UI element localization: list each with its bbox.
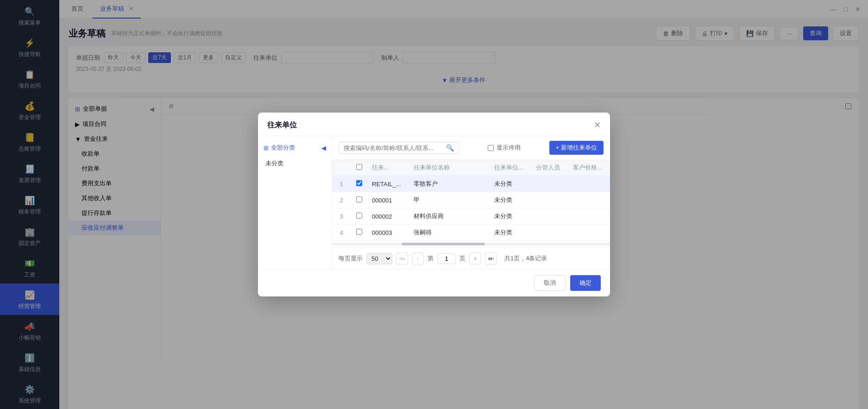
modal-sidebar-unclassified-label: 未分类 (265, 160, 283, 167)
cell-person (531, 192, 568, 208)
modal-main: 🔍 显示停用 + 新增往来单位 (332, 136, 610, 269)
cell-no: 2 (332, 192, 351, 208)
show-disabled-label: 显示停用 (497, 144, 521, 152)
last-page-button[interactable]: ⏭ (485, 252, 497, 264)
page-unit: 页 (459, 254, 465, 263)
modal-overlay[interactable]: 往来单位 ✕ ⊞ 全部分类 ◀ 未分类 (0, 0, 868, 409)
cell-no: 3 (332, 208, 351, 225)
show-disabled-checkbox-area: 显示停用 (488, 144, 521, 152)
table-select-all[interactable] (356, 164, 362, 170)
cell-price (568, 176, 610, 192)
cancel-button[interactable]: 取消 (534, 275, 566, 291)
confirm-button[interactable]: 确定 (570, 275, 601, 291)
modal-toolbar: 🔍 显示停用 + 新增往来单位 (332, 136, 610, 160)
scroll-thumb (402, 243, 485, 245)
cell-category: 未分类 (490, 192, 531, 208)
partner-table: 往来... 往来单位名称 往来单位... 分管人员 客户价格... 1 RETA… (332, 160, 610, 241)
modal-close-button[interactable]: ✕ (594, 120, 601, 130)
modal-pagination: 每页显示 50 100 ⏮ ‹ 第 页 › ⏭ 共1页，4条记录 (332, 247, 610, 269)
cell-code: 000001 (367, 192, 409, 208)
modal-sidebar-collapse-icon[interactable]: ◀ (321, 145, 326, 151)
cell-checkbox[interactable] (351, 208, 367, 225)
cell-checkbox[interactable] (351, 225, 367, 241)
cell-name: 材料供应商 (409, 208, 490, 225)
modal-header: 往来单位 ✕ (258, 113, 610, 136)
modal-sidebar-title: 全部分类 (271, 144, 295, 152)
cell-name: 甲 (409, 192, 490, 208)
cell-person (531, 176, 568, 192)
modal-sidebar-header: ⊞ 全部分类 ◀ (258, 142, 332, 156)
total-count: 共1页，4条记录 (504, 254, 547, 263)
cell-price (568, 192, 610, 208)
table-row[interactable]: 2 000001 甲 未分类 (332, 192, 610, 208)
cell-checkbox[interactable] (351, 192, 367, 208)
page-label: 第 (428, 254, 434, 263)
modal-sidebar-item-unclassified[interactable]: 未分类 (258, 156, 332, 171)
table-row[interactable]: 3 000002 材料供应商 未分类 (332, 208, 610, 225)
cell-name: 零散客户 (409, 176, 490, 192)
per-page-label: 每页显示 (339, 254, 363, 263)
th-price[interactable]: 客户价格... (568, 160, 610, 176)
cell-category: 未分类 (490, 208, 531, 225)
modal-table-body: 1 RETAIL_... 零散客户 未分类 2 000001 甲 未分类 3 0… (332, 176, 610, 241)
modal-sidebar: ⊞ 全部分类 ◀ 未分类 (258, 136, 332, 269)
scroll-indicator (332, 243, 610, 245)
table-row[interactable]: 4 000003 张嗣得 未分类 (332, 225, 610, 241)
grid-icon-modal: ⊞ (264, 145, 269, 151)
cell-category: 未分类 (490, 225, 531, 241)
next-page-button[interactable]: › (469, 252, 481, 264)
modal-title: 往来单位 (267, 120, 297, 130)
search-input[interactable] (344, 145, 443, 151)
cell-code: RETAIL_... (367, 176, 409, 192)
prev-page-button[interactable]: ‹ (412, 252, 424, 264)
table-row[interactable]: 1 RETAIL_... 零散客户 未分类 (332, 176, 610, 192)
th-code[interactable]: 往来... (367, 160, 409, 176)
cell-no: 1 (332, 176, 351, 192)
cell-price (568, 225, 610, 241)
page-size-select[interactable]: 50 100 (366, 253, 392, 264)
modal-footer: 取消 确定 (258, 269, 610, 296)
th-person[interactable]: 分管人员 (531, 160, 568, 176)
cell-name: 张嗣得 (409, 225, 490, 241)
cell-code: 000002 (367, 208, 409, 225)
cell-person (531, 208, 568, 225)
current-page-input[interactable] (437, 253, 456, 264)
table-header-row: 往来... 往来单位名称 往来单位... 分管人员 客户价格... (332, 160, 610, 176)
modal-table: 往来... 往来单位名称 往来单位... 分管人员 客户价格... 1 RETA… (332, 160, 610, 241)
th-category[interactable]: 往来单位... (490, 160, 531, 176)
modal-body: ⊞ 全部分类 ◀ 未分类 🔍 (258, 136, 610, 269)
search-box: 🔍 (339, 142, 459, 154)
cell-checkbox[interactable] (351, 176, 367, 192)
search-icon: 🔍 (446, 144, 454, 151)
cell-code: 000003 (367, 225, 409, 241)
cell-no: 4 (332, 225, 351, 241)
show-disabled-checkbox[interactable] (488, 145, 494, 151)
cell-price (568, 208, 610, 225)
partner-modal: 往来单位 ✕ ⊞ 全部分类 ◀ 未分类 (258, 113, 610, 296)
cell-person (531, 225, 568, 241)
cell-category: 未分类 (490, 176, 531, 192)
first-page-button[interactable]: ⏮ (396, 252, 408, 264)
th-name[interactable]: 往来单位名称 (409, 160, 490, 176)
th-no (332, 160, 351, 176)
add-partner-button[interactable]: + 新增往来单位 (549, 141, 604, 155)
th-checkbox (351, 160, 367, 176)
